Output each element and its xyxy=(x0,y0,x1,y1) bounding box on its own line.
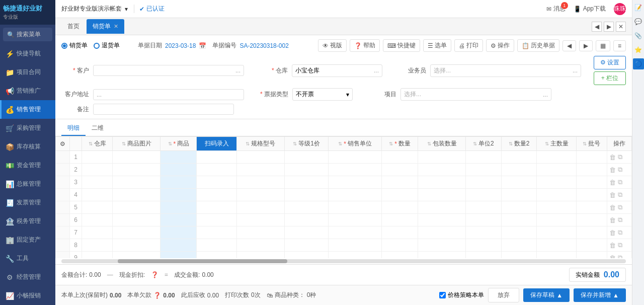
sidebar-item-assets[interactable]: 🏢 固定资产 xyxy=(0,231,55,249)
tab-home[interactable]: 首页 xyxy=(61,19,86,34)
delete-icon[interactable]: 🗑 xyxy=(609,191,616,199)
col-batch[interactable]: ⇅批号 xyxy=(576,137,607,151)
col-unit2[interactable]: ⇅单位2 xyxy=(465,137,501,151)
doc-date-value[interactable]: 2023-03-18 xyxy=(165,42,196,49)
copy-icon[interactable]: ⧉ xyxy=(618,241,622,249)
sidebar-item-tax[interactable]: 🏦 税务管理 xyxy=(0,212,55,231)
toolbar-next-btn[interactable]: ▶ xyxy=(579,40,593,51)
price-policy-check[interactable] xyxy=(439,292,446,298)
col-product[interactable]: ⇅*商品 xyxy=(160,137,197,151)
col-main-qty[interactable]: ⇅主数量 xyxy=(537,137,576,151)
sidebar-item-invoice[interactable]: 🧾 发票管理 xyxy=(0,193,55,212)
toolbar-list-btn[interactable]: ≡ xyxy=(613,40,626,51)
app-download-btn[interactable]: 📱 App下载 xyxy=(574,5,606,13)
user-avatar[interactable]: 珠珠 xyxy=(614,3,626,15)
copy-icon[interactable]: ⧉ xyxy=(618,191,622,199)
sidebar-item-accounts[interactable]: 📊 总账管理 xyxy=(0,175,55,193)
toolbar-view-btn[interactable]: 👁视版 xyxy=(318,39,347,52)
table-scroll[interactable]: ⚙ ⇅仓库 ⇅商品图片 ⇅*商品 扫码录入 ⇅规格型号 ⇅等级1价 ⇅*销售单位… xyxy=(55,136,632,258)
horizontal-scrollbar[interactable] xyxy=(61,259,626,263)
search-menu[interactable]: 🔍 搜索菜单 xyxy=(3,28,52,41)
sidebar-item-reports[interactable]: 📈 小畅报销 xyxy=(0,286,55,305)
col-unit[interactable]: ⇅*销售单位 xyxy=(329,137,382,151)
customer-input[interactable]: ... xyxy=(93,65,244,76)
toolbar-shortcut-btn[interactable]: ⌨快捷键 xyxy=(383,39,420,52)
delete-icon[interactable]: 🗑 xyxy=(609,229,616,237)
scrollbar-thumb[interactable] xyxy=(118,259,287,263)
save-draft-btn[interactable]: 保存草稿 ▲ xyxy=(523,288,570,302)
tab-prev-btn[interactable]: ◀ xyxy=(592,22,602,32)
copy-icon[interactable]: ⧉ xyxy=(618,228,622,237)
toolbar-select-btn[interactable]: ☰选单 xyxy=(423,39,451,52)
copy-icon[interactable]: ⧉ xyxy=(618,203,622,211)
right-panel-icon-3[interactable]: 📎 xyxy=(633,30,644,41)
save-new-btn[interactable]: 保存并新增 ▲ xyxy=(574,288,626,302)
col-pack-qty[interactable]: ⇅包装数量 xyxy=(418,137,466,151)
sidebar-item-marketing[interactable]: 📢 营销推广 xyxy=(0,82,55,100)
warehouse-input[interactable]: 小宝仓库 ... xyxy=(292,64,382,77)
tab-close-icon[interactable]: ✕ xyxy=(114,23,118,30)
discard-btn[interactable]: 放弃 xyxy=(488,288,519,302)
radio-sales[interactable]: 销货单 xyxy=(61,41,88,50)
cell[interactable] xyxy=(160,214,197,226)
settings-btn[interactable]: ⚙ 设置 xyxy=(594,56,626,69)
sidebar-item-projects[interactable]: 📁 项目合同 xyxy=(0,63,55,82)
copy-icon[interactable]: ⧉ xyxy=(618,178,622,186)
cell[interactable] xyxy=(160,164,197,176)
toolbar-print-btn[interactable]: 🖨打印 xyxy=(454,39,483,52)
cell[interactable] xyxy=(160,239,197,252)
calendar-icon[interactable]: 📅 xyxy=(199,42,206,49)
sidebar-item-funds[interactable]: 💵 资金管理 xyxy=(0,156,55,175)
right-panel-icon-1[interactable]: 📝 xyxy=(633,2,644,13)
cell[interactable] xyxy=(160,252,197,259)
copy-icon[interactable]: ⧉ xyxy=(618,166,622,174)
toolbar-prev-btn[interactable]: ◀ xyxy=(562,40,576,51)
toolbar-grid-btn[interactable]: ▦ xyxy=(596,40,610,51)
col-qty2[interactable]: ⇅数量2 xyxy=(501,137,537,151)
company-selector[interactable]: 好业财专业版演示帐套 ▾ xyxy=(61,5,134,13)
cell[interactable] xyxy=(160,226,197,239)
delete-icon[interactable]: 🗑 xyxy=(609,179,616,186)
remark-input[interactable] xyxy=(93,104,234,115)
sidebar-item-operations[interactable]: ⚙ 经营管理 xyxy=(0,268,55,286)
col-qty[interactable]: ⇅*数量 xyxy=(381,137,418,151)
doc-no-value[interactable]: SA-20230318-002 xyxy=(239,42,288,49)
radio-return[interactable]: 退货单 xyxy=(94,41,120,50)
sidebar-item-purchase[interactable]: 🛒 采购管理 xyxy=(0,119,55,137)
salesperson-input[interactable]: 选择... ... xyxy=(430,64,581,77)
copy-icon[interactable]: ⧉ xyxy=(618,153,622,161)
cell[interactable] xyxy=(160,201,197,214)
tab-close-btn[interactable]: ✕ xyxy=(616,22,626,32)
sidebar-item-sales[interactable]: 💰 销售管理 xyxy=(0,100,55,119)
col-warehouse[interactable]: ⇅仓库 xyxy=(82,137,113,151)
delete-icon[interactable]: 🗑 xyxy=(609,216,616,224)
copy-icon[interactable]: ⧉ xyxy=(618,254,622,258)
delete-icon[interactable]: 🗑 xyxy=(609,242,616,249)
copy-icon[interactable]: ⧉ xyxy=(618,216,622,224)
sidebar-item-quicknav[interactable]: ⚡ 快捷导航 xyxy=(0,44,55,63)
col-spec[interactable]: ⇅规格型号 xyxy=(236,137,284,151)
toolbar-history-btn[interactable]: 📋历史单据 xyxy=(517,39,559,52)
sidebar-item-inventory[interactable]: 📦 库存核算 xyxy=(0,137,55,156)
tab-next-btn[interactable]: ▶ xyxy=(604,22,614,32)
col-settings[interactable]: ⚙ xyxy=(56,137,70,151)
delete-icon[interactable]: 🗑 xyxy=(609,166,616,174)
cell[interactable] xyxy=(160,176,197,189)
tab-2d[interactable]: 二维 xyxy=(86,121,110,136)
col-price[interactable]: ⇅等级1价 xyxy=(284,137,328,151)
help-icon-footer[interactable]: ❓ xyxy=(151,271,158,278)
tab-sales-order[interactable]: 销货单 ✕ xyxy=(87,19,124,34)
col-scan[interactable]: 扫码录入 xyxy=(197,137,237,151)
delete-icon[interactable]: 🗑 xyxy=(609,204,616,211)
help-icon-debt[interactable]: ❓ xyxy=(153,292,161,299)
toolbar-ops-btn[interactable]: ⚙操作 xyxy=(486,39,514,52)
tab-detail[interactable]: 明细 xyxy=(61,121,86,136)
cell[interactable] xyxy=(160,189,197,201)
price-policy-checkbox[interactable]: 价格策略本单 xyxy=(439,291,484,299)
right-panel-icon-5[interactable]: 🔵 xyxy=(633,58,644,69)
project-input[interactable]: 选择... ... xyxy=(400,88,551,101)
cell[interactable] xyxy=(160,151,197,164)
message-btn[interactable]: ✉ 1 消息 xyxy=(546,5,566,13)
sidebar-item-tools[interactable]: 🔧 工具 xyxy=(0,249,55,268)
col-image[interactable]: ⇅商品图片 xyxy=(113,137,160,151)
